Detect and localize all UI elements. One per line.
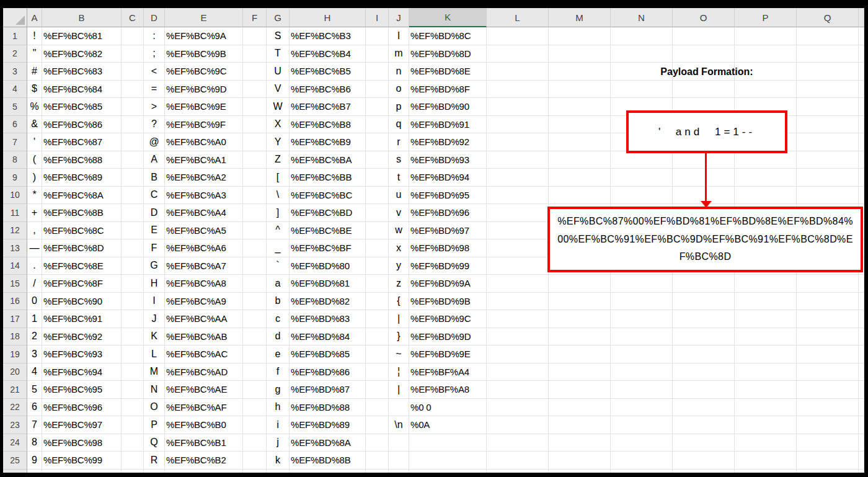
down-arrow-line <box>705 153 707 202</box>
screenshot-frame: ABCDEFGHIJKLMNOPQ1!%EF%BC%81:%EF%BC%9AS%… <box>0 0 868 477</box>
encoded-payload-box: %EF%BC%87%00%EF%BD%81%EF%BD%8E%EF%BD%84%… <box>547 207 863 272</box>
plain-payload-text: ' and 1=1-- <box>658 126 755 138</box>
plain-payload-box: ' and 1=1-- <box>626 110 787 153</box>
payload-formation-title: Payload Formation: <box>589 64 825 80</box>
spreadsheet: ABCDEFGHIJKLMNOPQ1!%EF%BC%81:%EF%BC%9AS%… <box>3 8 864 473</box>
annotation-layer: Payload Formation: ' and 1=1-- %EF%BC%87… <box>3 8 864 473</box>
